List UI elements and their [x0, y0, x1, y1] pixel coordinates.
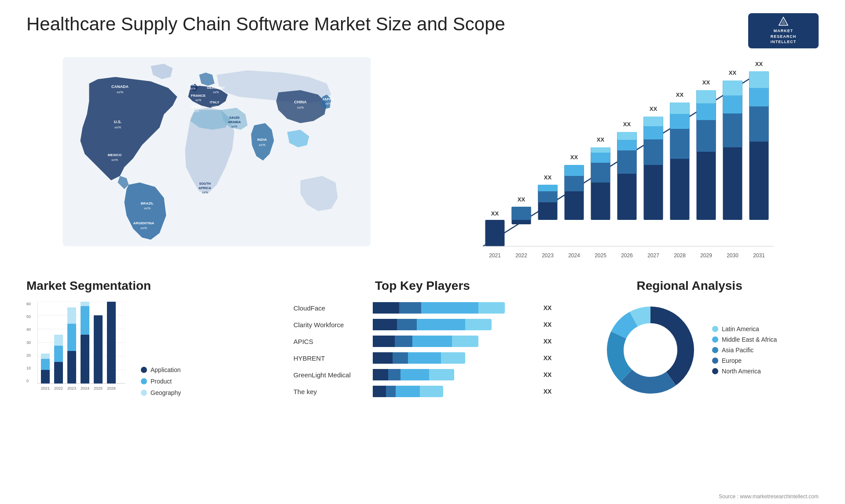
svg-rect-110 — [54, 335, 63, 346]
svg-text:xx%: xx% — [117, 90, 123, 94]
legend-label-latin: Latin America — [722, 325, 759, 332]
svg-text:INDIA: INDIA — [257, 138, 267, 142]
svg-text:XX: XX — [676, 91, 684, 98]
svg-text:XX: XX — [597, 136, 605, 143]
svg-text:xx%: xx% — [325, 102, 331, 105]
svg-text:2031: 2031 — [753, 252, 765, 259]
svg-rect-50 — [565, 165, 584, 176]
segmentation-legend: Application Product Geography — [141, 366, 181, 396]
player-value-apics: XX — [544, 338, 552, 345]
svg-rect-108 — [54, 362, 63, 383]
svg-rect-114 — [67, 307, 76, 324]
svg-text:ITALY: ITALY — [210, 100, 220, 104]
svg-text:XX: XX — [755, 62, 763, 67]
svg-text:ARGENTINA: ARGENTINA — [133, 221, 154, 225]
logo-box: MARKET RESEARCH INTELLECT — [748, 13, 819, 48]
svg-text:MEXICO: MEXICO — [108, 153, 122, 157]
svg-rect-45 — [538, 185, 558, 191]
svg-text:XX: XX — [544, 174, 552, 181]
legend-latin-america: Latin America — [712, 325, 777, 332]
regional-analysis-section: Regional Analysis — [560, 279, 819, 403]
legend-asia-pacific: Asia Pacific — [712, 347, 777, 354]
svg-text:xx%: xx% — [202, 191, 208, 194]
player-value-cloudface: XX — [544, 304, 552, 311]
svg-text:U.K.: U.K. — [189, 83, 196, 87]
growth-chart-svg: XX 2021 XX 2022 XX 2023 XX — [429, 62, 810, 264]
legend-dot-europe — [712, 358, 718, 364]
segmentation-title: Market Segmentation — [26, 279, 285, 293]
bottom-row: Market Segmentation 0 10 20 30 40 50 60 — [26, 279, 819, 403]
regional-title: Regional Analysis — [560, 279, 819, 293]
player-name-greenlight: GreenLight Medical — [294, 371, 373, 379]
svg-text:xx%: xx% — [111, 158, 118, 162]
canada-label: CANADA — [111, 84, 129, 89]
svg-rect-122 — [107, 302, 116, 383]
svg-rect-40 — [512, 207, 531, 220]
svg-text:2025: 2025 — [94, 386, 103, 391]
svg-text:xx%: xx% — [212, 105, 217, 108]
svg-rect-105 — [41, 359, 50, 370]
svg-rect-92 — [749, 71, 769, 88]
player-thekey: The key XX — [294, 385, 552, 398]
svg-text:XX: XX — [702, 79, 710, 86]
legend-application: Application — [141, 366, 181, 373]
svg-rect-112 — [67, 351, 76, 383]
legend-middle-east: Middle East & Africa — [712, 336, 777, 343]
svg-text:XX: XX — [491, 210, 499, 217]
svg-text:2024: 2024 — [568, 252, 580, 259]
svg-text:xx%: xx% — [140, 226, 147, 230]
svg-text:xx%: xx% — [297, 106, 304, 110]
player-name-apics: APICS — [294, 338, 373, 345]
seg-svg: 2021 2022 2023 — [37, 302, 132, 403]
player-bar-thekey — [373, 385, 540, 398]
svg-text:GERMANY: GERMANY — [207, 86, 225, 90]
page-container: Healthcare Supply Chain Software Market … — [0, 0, 845, 504]
player-value-hybrent: XX — [544, 354, 552, 362]
svg-text:xx%: xx% — [195, 99, 201, 102]
svg-text:XX: XX — [570, 154, 578, 161]
source-text: Source : www.marketresearchintellect.com — [719, 493, 819, 500]
player-name-hybrent: HYBRENT — [294, 354, 373, 362]
player-value-thekey: XX — [544, 388, 552, 395]
legend-label-asia: Asia Pacific — [722, 347, 753, 354]
key-players-section: Top Key Players CloudFace XX — [294, 279, 552, 403]
svg-text:2027: 2027 — [647, 252, 659, 259]
svg-text:xx%: xx% — [114, 125, 121, 129]
legend-label-middle-east: Middle East & Africa — [722, 336, 777, 343]
svg-rect-116 — [81, 335, 89, 383]
legend-dot-asia — [712, 347, 718, 353]
header: Healthcare Supply Chain Software Market … — [26, 13, 819, 48]
legend-label-europe: Europe — [722, 357, 742, 364]
svg-text:XX: XX — [518, 196, 525, 203]
svg-point-129 — [626, 326, 675, 374]
player-apics: APICS XX — [294, 335, 552, 347]
legend-dot-middle-east — [712, 336, 718, 343]
key-players-title: Top Key Players — [294, 279, 552, 293]
svg-rect-109 — [54, 346, 63, 362]
seg-chart-container: 0 10 20 30 40 50 60 — [26, 302, 132, 403]
svg-text:2023: 2023 — [542, 252, 554, 259]
svg-text:xx%: xx% — [144, 206, 151, 210]
player-bar-greenlight — [373, 369, 540, 381]
svg-rect-74 — [670, 102, 690, 114]
svg-rect-113 — [67, 324, 76, 351]
legend-label-application: Application — [151, 366, 181, 373]
svg-rect-86 — [723, 80, 742, 95]
svg-text:ARABIA: ARABIA — [228, 120, 241, 124]
top-row: CANADA xx% U.S. xx% MEXICO xx% BRAZIL xx… — [26, 57, 819, 270]
svg-text:XX: XX — [650, 106, 658, 112]
svg-text:xx%: xx% — [190, 87, 195, 90]
svg-rect-117 — [81, 306, 89, 335]
svg-text:XX: XX — [729, 69, 737, 76]
svg-text:xx%: xx% — [213, 91, 219, 94]
svg-rect-80 — [697, 90, 716, 103]
svg-text:2022: 2022 — [515, 252, 527, 259]
svg-rect-106 — [41, 354, 50, 359]
donut-svg — [602, 302, 699, 398]
player-greenlight: GreenLight Medical XX — [294, 369, 552, 381]
svg-text:SPAIN: SPAIN — [191, 105, 202, 109]
logo-container: MARKET RESEARCH INTELLECT — [748, 13, 819, 48]
bar-chart-section: XX 2021 XX 2022 XX 2023 XX — [420, 57, 819, 270]
donut-legend: Latin America Middle East & Africa Asia … — [712, 325, 777, 375]
y-axis-labels: 0 10 20 30 40 50 60 — [26, 302, 37, 383]
